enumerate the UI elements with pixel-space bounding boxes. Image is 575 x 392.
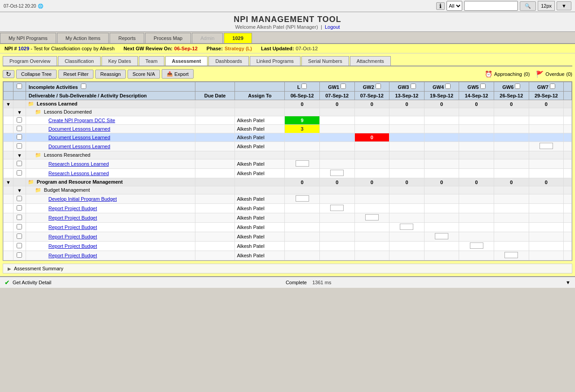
nav-tab-my-npi-programs[interactable]: My NPI Programs — [0, 33, 56, 43]
table-row: Report Project Budget Alkesh Patel — [4, 213, 572, 223]
search-scope-select[interactable]: All — [447, 1, 462, 11]
activity-label: Report Project Budget — [26, 213, 195, 223]
refresh-button[interactable]: ↻ — [3, 70, 14, 78]
activity-label: Research Lessons Learned — [26, 159, 195, 169]
sub-tab-key-dates[interactable]: Key Dates — [102, 56, 138, 66]
activity-link[interactable]: Report Project Budget — [49, 234, 97, 239]
toggle-cell[interactable]: ▼ — [13, 151, 26, 159]
gw3-checkbox[interactable] — [411, 84, 416, 89]
activity-link[interactable]: Report Project Budget — [49, 206, 97, 211]
export-button[interactable]: 📤 Export — [162, 69, 194, 79]
activity-link[interactable]: Research Lessons Learned — [49, 171, 109, 176]
sub-tab-serial-numbers[interactable]: Serial Numbers — [301, 56, 349, 66]
l-checkbox[interactable] — [301, 84, 307, 89]
nav-tab-1029[interactable]: 1029 — [224, 33, 252, 43]
npi-bar: NPI # 1029 - Test for Classficiation cop… — [0, 44, 575, 53]
row-checkbox[interactable] — [17, 134, 22, 140]
folder-icon: 📁 — [35, 152, 41, 158]
score-na-button[interactable]: Score N/A — [128, 70, 160, 79]
table-row: Document Lessons Learned Alkesh Patel — [4, 142, 572, 151]
sub-tab-assessment[interactable]: Assessment — [165, 56, 208, 66]
toggle-cell[interactable]: ▼ — [13, 186, 26, 194]
sub-tab-classification[interactable]: Classification — [58, 56, 101, 66]
col-2-gw6-date: 26-Sep-12 — [494, 92, 529, 100]
main-table-wrapper: Incomplete Activities L GW1 GW2 — [3, 81, 572, 261]
gw7-checkbox[interactable] — [550, 84, 555, 89]
activity-label: Document Lessons Learned — [26, 133, 195, 142]
activity-label: Report Project Budget — [26, 204, 195, 213]
complete-text: Complete — [286, 280, 307, 285]
welcome-bar: Welcome Alkesh Patel (NPI Manager) | Log… — [0, 24, 575, 30]
zoom-dropdown-button[interactable]: ▼ — [557, 1, 571, 10]
gw5-checkbox[interactable] — [480, 84, 486, 89]
gw2-checkbox[interactable] — [376, 84, 381, 89]
approaching-status: ⏰ Approaching (0) — [485, 70, 530, 78]
nav-tab-reports[interactable]: Reports — [110, 33, 144, 43]
overdue-status: 🚩 Overdue (0) — [536, 70, 572, 78]
col-expand — [4, 82, 13, 92]
activity-link[interactable]: Report Project Budget — [49, 225, 97, 230]
col-header-gw7: GW7 — [529, 82, 564, 92]
incomplete-activities-checkbox[interactable] — [81, 84, 86, 89]
activity-link[interactable]: Report Project Budget — [49, 215, 97, 220]
reset-filter-button[interactable]: Reset Filter — [58, 70, 93, 79]
sub-tab-linked-programs[interactable]: Linked Programs — [250, 56, 301, 66]
content-area: Program Overview Classification Key Date… — [0, 53, 575, 276]
assessment-summary-toggle[interactable]: ▶ — [8, 266, 11, 271]
collapse-tree-button[interactable]: Collapse Tree — [16, 70, 57, 79]
activity-link[interactable]: Report Project Budget — [49, 243, 97, 249]
gw6-checkbox[interactable] — [515, 84, 520, 89]
activity-link[interactable]: Research Lessons Learned — [49, 161, 109, 167]
sub-tabs: Program Overview Classification Key Date… — [3, 56, 572, 66]
activity-link[interactable]: Develop Initial Program Budget — [49, 196, 117, 202]
row-checkbox[interactable] — [17, 205, 22, 211]
row-checkbox[interactable] — [17, 252, 22, 258]
row-checkbox[interactable] — [17, 224, 22, 229]
nav-tab-my-action-items[interactable]: My Action Items — [57, 33, 109, 43]
toggle-cell[interactable]: ▼ — [4, 178, 13, 186]
assessment-summary[interactable]: ▶ Assessment Summary — [3, 264, 572, 273]
row-checkbox[interactable] — [17, 143, 22, 149]
reassign-button[interactable]: Reassign — [95, 70, 126, 79]
row-checkbox[interactable] — [17, 233, 22, 239]
activity-label: Report Project Budget — [26, 232, 195, 242]
row-checkbox[interactable] — [17, 243, 22, 248]
search-input[interactable] — [464, 1, 518, 11]
activity-link[interactable]: Report Project Budget — [49, 253, 97, 258]
sub-tab-team[interactable]: Team — [139, 56, 164, 66]
col-2-gw5-date: 14-Sep-12 — [459, 92, 494, 100]
sub-tab-attachments[interactable]: Attachments — [350, 56, 391, 66]
folder-icon: 📁 — [28, 179, 34, 185]
sub-tab-program-overview[interactable]: Program Overview — [3, 56, 57, 66]
toggle-cell[interactable]: ▼ — [13, 108, 26, 116]
export-icon: 📤 — [167, 71, 173, 77]
assignee: Alkesh Patel — [235, 204, 285, 213]
col-2-l-date: 06-Sep-12 — [285, 92, 320, 100]
app-header: NPI MANAGEMENT TOOL Welcome Alkesh Patel… — [0, 12, 575, 32]
nav-tab-process-map[interactable]: Process Map — [145, 33, 191, 43]
col-2-expand — [4, 92, 13, 100]
row-checkbox[interactable] — [17, 117, 22, 123]
zoom-button[interactable]: 12px — [538, 1, 555, 11]
row-checkbox[interactable] — [17, 170, 22, 176]
search-button[interactable]: 🔍 — [520, 1, 536, 11]
assignee: Alkesh Patel — [235, 242, 285, 251]
activity-link[interactable]: Create NPI Program DCC Site — [49, 118, 115, 123]
gw1-checkbox[interactable] — [341, 84, 346, 89]
activity-link[interactable]: Document Lessons Learned — [49, 135, 111, 140]
scroll-arrow[interactable]: ▼ — [566, 280, 571, 285]
row-checkbox[interactable] — [17, 196, 22, 201]
logout-link[interactable]: Logout — [325, 24, 340, 30]
row-checkbox[interactable] — [17, 126, 22, 131]
welcome-text: Welcome Alkesh Patel (NPI Manager) — [235, 24, 318, 30]
toggle-cell[interactable]: ▼ — [4, 100, 13, 108]
select-all-incomplete[interactable] — [17, 84, 22, 89]
sub-tab-dashboards[interactable]: Dashboards — [208, 56, 248, 66]
activity-link[interactable]: Document Lessons Learned — [49, 144, 111, 149]
activity-link[interactable]: Document Lessons Learned — [49, 126, 111, 132]
row-checkbox[interactable] — [17, 215, 22, 220]
gw4-checkbox[interactable] — [445, 84, 451, 89]
row-checkbox[interactable] — [17, 161, 22, 166]
info-button[interactable]: ℹ — [436, 2, 445, 10]
datetime-text: 07-Oct-12 20:20 — [4, 4, 36, 9]
